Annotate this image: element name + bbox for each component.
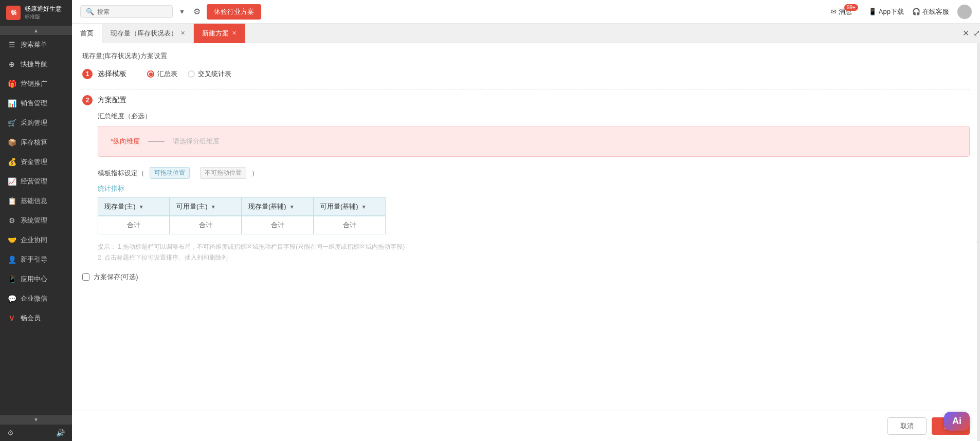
search-box[interactable]: 🔍: [80, 5, 173, 18]
sidebar-item-enterprise[interactable]: 🤝 企业协同: [0, 230, 72, 250]
radio-summary-circle: [147, 70, 154, 78]
topbar: 🔍 ▼ ⚙ 体验行业方案 ✉ 消息 99+ 📱 App下载 🎧 在线客服: [72, 0, 980, 24]
cell-2: 合计: [242, 216, 314, 234]
sidebar-item-apps[interactable]: 📱 应用中心: [0, 269, 72, 289]
tab-inventory-close[interactable]: ✕: [180, 30, 185, 36]
step1-badge: 1: [82, 69, 93, 79]
sales-icon: 📊: [7, 99, 16, 108]
tip-2: 2. 点击标题栏下拉可设置排序、插入列和删除列: [98, 253, 970, 262]
step1-header: 1 选择模板 汇总表 交叉统计表: [82, 69, 970, 79]
tab-new-scheme[interactable]: 新建方案 ✕: [194, 24, 245, 43]
dimension-input-area[interactable]: *纵向维度 —— 请选择分组维度: [98, 126, 970, 157]
newbie-icon: 👤: [7, 255, 16, 264]
app-name: 畅康通好生意: [25, 5, 62, 13]
sidebar-item-label: 畅会员: [21, 314, 41, 323]
radio-summary[interactable]: 汇总表: [147, 69, 177, 79]
col-header-1[interactable]: 可用量(主) ▼: [170, 197, 242, 216]
save-checkbox[interactable]: [82, 273, 89, 281]
wechat-icon: 💬: [7, 294, 16, 303]
basics-icon: 📋: [7, 196, 16, 206]
col-0-dropdown[interactable]: ▼: [139, 204, 144, 210]
sidebar-item-label: 企业协同: [21, 235, 47, 245]
col-header-2[interactable]: 现存量(基辅) ▼: [242, 197, 314, 216]
radio-cross-circle: [188, 70, 195, 78]
sidebar-item-inventory[interactable]: 📦 库存核算: [0, 133, 72, 152]
save-option: 方案保存(可选): [82, 272, 970, 282]
search-input[interactable]: [97, 8, 159, 15]
search-menu-icon: ☰: [7, 40, 16, 49]
online-service-button[interactable]: 🎧 在线客服: [912, 7, 949, 16]
message-button[interactable]: ✉ 消息 99+: [831, 7, 852, 16]
cell-0: 合计: [98, 216, 170, 234]
sidebar-menu: ☰ 搜索菜单 ⊕ 快捷导航 🎁 营销推广 📊 销售管理 🛒 采购管理 📦 库存核…: [0, 35, 72, 415]
topbar-dropdown-icon[interactable]: ▼: [179, 8, 185, 15]
trial-button[interactable]: 体验行业方案: [207, 4, 261, 20]
sidebar-scroll-down[interactable]: ▼: [0, 415, 72, 424]
purchase-icon: 🛒: [7, 118, 16, 127]
sidebar-scroll-up[interactable]: ▲: [0, 26, 72, 35]
col-3-label: 可用量(基辅): [320, 202, 358, 211]
cancel-button[interactable]: 取消: [887, 417, 927, 435]
step2-badge: 2: [82, 95, 93, 105]
online-service-label: 在线客服: [922, 7, 949, 16]
ai-badge[interactable]: Ai: [944, 412, 970, 431]
radio-cross[interactable]: 交叉统计表: [188, 69, 231, 79]
sidebar-item-label: 资金管理: [21, 157, 47, 167]
col-3-dropdown[interactable]: ▼: [361, 204, 367, 210]
col-header-3[interactable]: 可用量(基辅) ▼: [314, 197, 386, 216]
indicators-label-text: 模板指标设定（: [98, 169, 144, 178]
tab-inventory-status[interactable]: 现存量（库存状况表） ✕: [102, 24, 194, 43]
search-icon: 🔍: [86, 8, 94, 15]
sidebar-settings-icon[interactable]: ⚙: [7, 429, 14, 437]
sidebar-item-search-menu[interactable]: ☰ 搜索菜单: [0, 35, 72, 54]
sidebar-item-label: 经营管理: [21, 177, 47, 186]
system-icon: ⚙: [7, 216, 16, 225]
sidebar-item-purchase[interactable]: 🛒 采购管理: [0, 113, 72, 133]
col-2-dropdown[interactable]: ▼: [289, 204, 295, 210]
sidebar-audio-icon[interactable]: 🔊: [56, 429, 65, 437]
topbar-gear-icon[interactable]: ⚙: [193, 7, 201, 16]
tab-home[interactable]: 首页: [72, 24, 102, 43]
sidebar-item-label: 基础信息: [21, 196, 47, 206]
sidebar-logo: 畅 畅康通好生意 标准版: [0, 0, 72, 26]
indicators-label: 模板指标设定（ 可拖动位置 不可拖动位置 ）: [98, 167, 970, 179]
table-row: 合计 合计 合计 合计: [98, 216, 386, 234]
col-header-0[interactable]: 现存量(主) ▼: [98, 197, 170, 216]
sidebar-item-sales[interactable]: 📊 销售管理: [0, 94, 72, 113]
sidebar: 畅 畅康通好生意 标准版 ▲ ☰ 搜索菜单 ⊕ 快捷导航 🎁 营销推广 📊 销售…: [0, 0, 72, 441]
quick-nav-icon: ⊕: [7, 60, 16, 69]
message-badge: 99+: [844, 4, 858, 11]
step1-title: 选择模板: [98, 69, 126, 79]
user-avatar[interactable]: [957, 5, 972, 19]
resize-handle[interactable]: ⋮: [977, 43, 980, 441]
indicators-close: ）: [251, 169, 258, 178]
sidebar-item-label: 企业微信: [21, 294, 47, 303]
sidebar-item-marketing[interactable]: 🎁 营销推广: [0, 74, 72, 94]
stats-title: 统计指标: [98, 184, 970, 193]
tabs-bar: 首页 现存量（库存状况表） ✕ 新建方案 ✕ ✕ ⤢: [72, 24, 980, 43]
sidebar-item-label: 营销推广: [21, 79, 47, 88]
apps-icon: 📱: [7, 274, 16, 284]
cell-3: 合计: [314, 216, 386, 234]
sidebar-item-wechat[interactable]: 💬 企业微信: [0, 289, 72, 308]
sidebar-item-system[interactable]: ⚙ 系统管理: [0, 211, 72, 230]
expand-window-button[interactable]: ⤢: [973, 28, 980, 38]
sidebar-item-operations[interactable]: 📈 经营管理: [0, 172, 72, 191]
sidebar-item-label: 库存核算: [21, 138, 47, 147]
col-1-dropdown[interactable]: ▼: [211, 204, 216, 210]
tab-inventory-label: 现存量（库存状况表）: [111, 29, 177, 38]
sidebar-item-newbie[interactable]: 👤 新手引导: [0, 250, 72, 269]
message-icon: ✉: [831, 8, 837, 15]
tab-new-scheme-close[interactable]: ✕: [232, 30, 237, 36]
app-download-button[interactable]: 📱 App下载: [868, 7, 904, 16]
sidebar-item-member[interactable]: V 畅会员: [0, 308, 72, 328]
sidebar-item-finance[interactable]: 💰 资金管理: [0, 152, 72, 172]
save-option-label: 方案保存(可选): [94, 272, 138, 282]
sidebar-item-quick-nav[interactable]: ⊕ 快捷导航: [0, 54, 72, 74]
sidebar-item-basics[interactable]: 📋 基础信息: [0, 191, 72, 211]
sidebar-item-label: 系统管理: [21, 216, 47, 225]
close-window-button[interactable]: ✕: [963, 28, 969, 38]
step2-section: 2 方案配置 汇总维度（必选） *纵向维度 —— 请选择分组维度 模板指标设定（…: [82, 95, 970, 262]
col-0-label: 现存量(主): [104, 202, 136, 211]
radio-summary-label: 汇总表: [157, 69, 177, 79]
